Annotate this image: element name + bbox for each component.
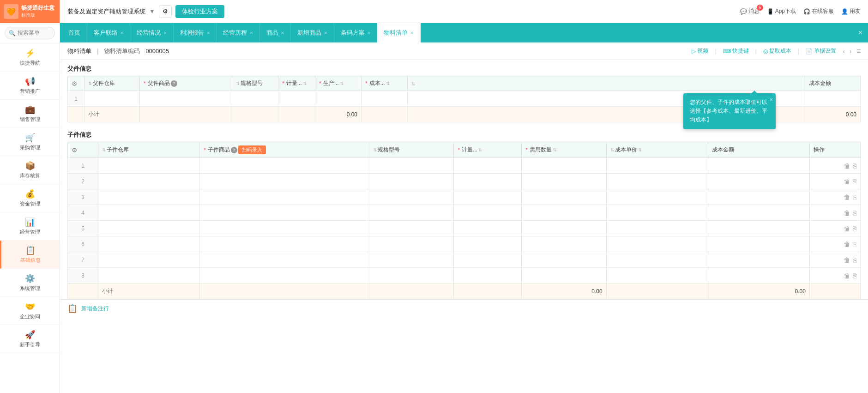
parent-produce-cell[interactable] xyxy=(315,91,362,107)
child-delete-icon-8[interactable]: 🗑 xyxy=(844,272,850,279)
child-product-cell-8[interactable] xyxy=(200,268,369,284)
sidebar-item-basic-info[interactable]: 📋 基础信息 xyxy=(0,241,60,269)
child-spec-cell-8[interactable] xyxy=(369,268,454,284)
child-spec-cell-6[interactable] xyxy=(369,236,454,252)
child-unit-cell-2[interactable] xyxy=(454,174,522,189)
sidebar-search[interactable]: 🔍 搜索菜单 xyxy=(0,23,60,43)
child-unit-price-sort2[interactable]: ⇅ xyxy=(638,147,642,152)
child-product-cell-6[interactable] xyxy=(200,236,369,252)
child-qty-cell-6[interactable] xyxy=(522,236,606,252)
child-unit-cell-8[interactable] xyxy=(454,268,522,284)
child-unit-cell-7[interactable] xyxy=(454,252,522,268)
parent-unit-sort[interactable]: ⇅ xyxy=(303,81,307,86)
parent-warehouse-cell[interactable] xyxy=(84,91,140,107)
add-note-label[interactable]: 新增备注行 xyxy=(81,305,109,313)
child-copy-icon-1[interactable]: ⎘ xyxy=(853,162,856,169)
parent-table-settings-icon[interactable]: ⚙ xyxy=(72,80,78,87)
child-delete-icon-5[interactable]: 🗑 xyxy=(844,225,850,232)
child-unit-cell-5[interactable] xyxy=(454,221,522,236)
child-qty-cell-8[interactable] xyxy=(522,268,606,284)
sidebar-item-quick-nav[interactable]: ⚡ 快捷导航 xyxy=(0,43,60,72)
child-product-cell-5[interactable] xyxy=(200,221,369,236)
child-copy-icon-6[interactable]: ⎘ xyxy=(853,241,856,248)
child-warehouse-cell-3[interactable] xyxy=(98,189,200,205)
online-service-button[interactable]: 🎧 在线客服 xyxy=(803,7,834,15)
sidebar-item-guide[interactable]: 🚀 新手引导 xyxy=(0,325,60,353)
message-button[interactable]: 💬 消息 6 xyxy=(740,7,760,15)
child-delete-icon-6[interactable]: 🗑 xyxy=(844,241,850,248)
tab-bom-close[interactable]: × xyxy=(410,30,413,36)
child-spec-sort[interactable]: ⇅ xyxy=(373,147,377,152)
child-copy-icon-2[interactable]: ⎘ xyxy=(853,178,856,185)
sidebar-item-finance[interactable]: 💰 资金管理 xyxy=(0,184,60,212)
extract-cost-button[interactable]: ◎ 提取成本 xyxy=(761,46,793,56)
close-page-icon[interactable]: ≡ xyxy=(856,47,861,55)
child-unit-price-sort[interactable]: ⇅ xyxy=(610,147,614,152)
child-warehouse-cell-2[interactable] xyxy=(98,174,200,189)
tab-goods[interactable]: 商品 × xyxy=(260,23,291,42)
trial-button[interactable]: 体验行业方案 xyxy=(175,5,224,18)
nav-next-icon[interactable]: › xyxy=(850,48,852,55)
child-spec-cell-1[interactable] xyxy=(369,158,454,174)
tab-operation-status[interactable]: 经营情况 × xyxy=(130,23,173,42)
tab-operation-status-close[interactable]: × xyxy=(163,30,166,36)
tab-add-goods-close[interactable]: × xyxy=(324,30,327,36)
child-cost-amount-cell-1[interactable] xyxy=(708,158,809,174)
parent-extra-sort[interactable]: ⇅ xyxy=(411,81,415,86)
child-warehouse-cell-1[interactable] xyxy=(98,158,200,174)
tab-barcode[interactable]: 条码方案 × xyxy=(334,23,377,42)
child-product-cell-1[interactable] xyxy=(200,158,369,174)
child-product-cell-3[interactable] xyxy=(200,189,369,205)
child-unit-price-cell-3[interactable] xyxy=(606,189,708,205)
sidebar-item-marketing[interactable]: 📢 营销推广 xyxy=(0,72,60,100)
parent-warehouse-sort[interactable]: ⇅ xyxy=(88,81,92,86)
child-product-cell-2[interactable] xyxy=(200,174,369,189)
sidebar-item-collab[interactable]: 🤝 企业协同 xyxy=(0,297,60,325)
tab-customer[interactable]: 客户联络 × xyxy=(87,23,130,42)
child-spec-cell-2[interactable] xyxy=(369,174,454,189)
tab-bom[interactable]: 物料清单 × xyxy=(377,23,420,42)
breadcrumb-bom-list[interactable]: 物料清单 xyxy=(67,47,91,55)
child-cost-amount-cell-8[interactable] xyxy=(708,268,809,284)
parent-unit-cell[interactable] xyxy=(278,91,315,107)
single-settings-button[interactable]: 📄 单据设置 xyxy=(804,46,838,56)
child-unit-price-cell-8[interactable] xyxy=(606,268,708,284)
parent-spec-sort[interactable]: ⇅ xyxy=(236,81,240,86)
child-spec-cell-7[interactable] xyxy=(369,252,454,268)
search-menu-button[interactable]: 🔍 搜索菜单 xyxy=(5,27,55,39)
tab-customer-close[interactable]: × xyxy=(121,30,123,36)
user-button[interactable]: 👤 用友 xyxy=(841,7,861,15)
tooltip-close-button[interactable]: × xyxy=(769,95,773,105)
tab-profit-report-close[interactable]: × xyxy=(207,30,210,36)
tab-home[interactable]: 首页 xyxy=(62,23,87,42)
child-unit-cell-1[interactable] xyxy=(454,158,522,174)
child-delete-icon-2[interactable]: 🗑 xyxy=(844,178,850,185)
child-cost-amount-cell-7[interactable] xyxy=(708,252,809,268)
child-qty-cell-1[interactable] xyxy=(522,158,606,174)
nav-prev-icon[interactable]: ‹ xyxy=(843,48,845,55)
child-warehouse-cell-8[interactable] xyxy=(98,268,200,284)
parent-cost-cell[interactable] xyxy=(362,91,408,107)
child-copy-icon-4[interactable]: ⎘ xyxy=(853,209,856,217)
child-unit-cell-6[interactable] xyxy=(454,236,522,252)
child-delete-icon-4[interactable]: 🗑 xyxy=(844,209,850,217)
child-qty-cell-3[interactable] xyxy=(522,189,606,205)
child-warehouse-cell-7[interactable] xyxy=(98,252,200,268)
tab-operation-history-close[interactable]: × xyxy=(250,30,253,36)
child-delete-icon-3[interactable]: 🗑 xyxy=(844,193,850,201)
child-copy-icon-7[interactable]: ⎘ xyxy=(853,256,856,264)
child-warehouse-cell-6[interactable] xyxy=(98,236,200,252)
child-qty-cell-5[interactable] xyxy=(522,221,606,236)
child-warehouse-cell-4[interactable] xyxy=(98,205,200,221)
child-qty-cell-2[interactable] xyxy=(522,174,606,189)
tab-barcode-close[interactable]: × xyxy=(368,30,370,36)
child-product-cell-7[interactable] xyxy=(200,252,369,268)
shortcut-key-button[interactable]: ⌨ 快捷键 xyxy=(721,46,751,56)
child-unit-price-cell-1[interactable] xyxy=(606,158,708,174)
child-unit-price-cell-4[interactable] xyxy=(606,205,708,221)
view-video-button[interactable]: ▷ 视频 xyxy=(690,46,710,56)
child-unit-sort[interactable]: ⇅ xyxy=(478,147,482,152)
parent-spec-cell[interactable] xyxy=(232,91,278,107)
parent-product-cell[interactable] xyxy=(140,91,232,107)
parent-product-info-icon[interactable]: ? xyxy=(171,80,177,87)
